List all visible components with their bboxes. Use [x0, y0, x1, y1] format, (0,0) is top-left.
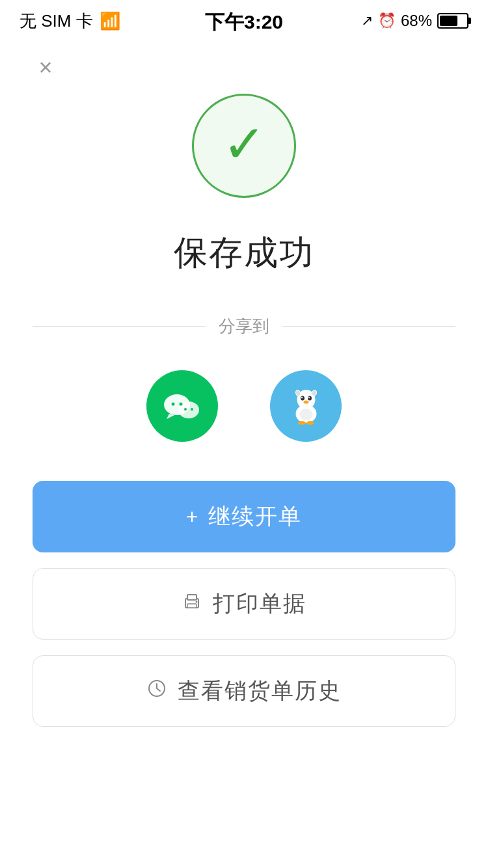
status-right: ↗ ⏰ 68%	[361, 12, 468, 30]
svg-point-5	[191, 408, 193, 411]
print-button[interactable]: 打印单据	[33, 568, 455, 640]
svg-point-3	[179, 402, 182, 405]
no-sim-label: 无 SIM 卡	[20, 10, 93, 33]
share-divider: 分享到	[33, 315, 455, 338]
svg-point-9	[308, 396, 312, 400]
continue-label: 继续开单	[208, 502, 302, 532]
success-circle: ✓	[192, 94, 296, 198]
status-bar: 无 SIM 卡 📶 下午3:20 ↗ ⏰ 68%	[0, 0, 488, 42]
svg-point-18	[306, 421, 314, 425]
wechat-share-button[interactable]	[146, 370, 218, 442]
plus-icon: +	[186, 505, 198, 529]
wifi-icon: 📶	[100, 11, 120, 31]
svg-point-4	[184, 408, 187, 411]
share-section: 分享到	[0, 315, 488, 442]
svg-point-11	[308, 396, 310, 398]
svg-rect-23	[187, 604, 197, 608]
print-label: 打印单据	[213, 589, 306, 619]
qq-icon	[285, 385, 327, 427]
battery-percent: 68%	[401, 12, 432, 30]
close-icon: ×	[38, 56, 52, 79]
status-left: 无 SIM 卡 📶	[20, 10, 120, 33]
history-label: 查看销货单历史	[178, 676, 342, 706]
close-button[interactable]: ×	[30, 52, 61, 83]
svg-point-24	[196, 601, 198, 603]
location-icon: ↗	[361, 12, 373, 29]
status-time: 下午3:20	[205, 9, 283, 36]
svg-point-10	[301, 396, 303, 398]
print-icon	[182, 591, 202, 617]
alarm-icon: ⏰	[378, 12, 396, 29]
actions: + 继续开单 打印单据 查看销货单历史	[0, 481, 488, 727]
share-label: 分享到	[219, 315, 269, 338]
success-title: 保存成功	[174, 230, 314, 276]
svg-rect-22	[187, 595, 197, 600]
checkmark-icon: ✓	[223, 118, 266, 170]
battery-icon	[437, 13, 468, 29]
history-button[interactable]: 查看销货单历史	[33, 655, 455, 727]
main-content: ✓ 保存成功 分享到	[0, 42, 488, 727]
svg-point-12	[303, 400, 308, 403]
qq-share-button[interactable]	[270, 370, 342, 442]
wechat-icon	[161, 385, 204, 427]
svg-point-17	[298, 421, 306, 425]
svg-point-14	[299, 409, 312, 420]
svg-point-8	[301, 396, 305, 400]
continue-button[interactable]: + 继续开单	[33, 481, 455, 552]
svg-point-2	[171, 402, 174, 405]
share-icons	[33, 370, 455, 442]
history-icon	[146, 678, 167, 704]
